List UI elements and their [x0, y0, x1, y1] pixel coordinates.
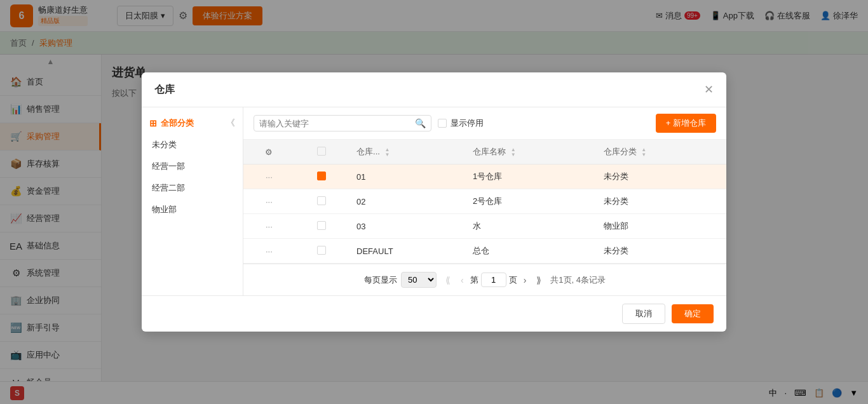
- row-name-2: 2号仓库: [465, 189, 595, 214]
- table-row[interactable]: ··· DEFAULT 总仓 未分类: [243, 239, 726, 264]
- row-checkbox-4[interactable]: [317, 246, 326, 255]
- show-disabled-label[interactable]: 显示停用: [438, 118, 484, 129]
- modal-title: 仓库: [154, 83, 175, 97]
- collapse-left-btn[interactable]: 《: [226, 118, 235, 129]
- row-gear-4[interactable]: ···: [243, 239, 295, 264]
- sort-code-icon: ▲▼: [385, 147, 390, 158]
- show-disabled-checkbox[interactable]: [438, 119, 447, 128]
- row-name-1: 1号仓库: [465, 165, 595, 189]
- row-code-1: 01: [349, 165, 465, 189]
- page-summary: 共1页, 4条记录: [550, 274, 606, 286]
- row-code-4: DEFAULT: [349, 239, 465, 264]
- row-check-3[interactable]: [295, 214, 349, 239]
- table-toolbar: 🔍 显示停用 + 新增仓库: [243, 107, 726, 140]
- row-name-4: 总仓: [465, 239, 595, 264]
- row-check-2[interactable]: [295, 189, 349, 214]
- warehouse-table-panel: 🔍 显示停用 + 新增仓库 ⚙: [243, 107, 726, 295]
- category-panel: ⊞ 全部分类 《 未分类经营一部经营二部物业部: [142, 107, 243, 295]
- row-gear-2[interactable]: ···: [243, 189, 295, 214]
- all-category-btn[interactable]: ⊞ 全部分类: [149, 118, 194, 129]
- settings-icon: ⚙: [265, 147, 273, 157]
- row-checkbox-3[interactable]: [317, 221, 326, 230]
- table-row[interactable]: ··· 03 水 物业部: [243, 214, 726, 239]
- col-code: 仓库... ▲▼: [349, 140, 465, 165]
- category-item-经营一部[interactable]: 经营一部: [142, 156, 243, 177]
- row-category-3: 物业部: [596, 214, 726, 239]
- col-check: [295, 140, 349, 165]
- show-disabled-text: 显示停用: [451, 118, 484, 129]
- search-input[interactable]: [259, 119, 411, 128]
- table-header-row: ⚙ 仓库... ▲▼ 仓库名称 ▲▼: [243, 140, 726, 165]
- category-item-未分类[interactable]: 未分类: [142, 134, 243, 156]
- row-gear-3[interactable]: ···: [243, 214, 295, 239]
- row-code-2: 02: [349, 189, 465, 214]
- row-check-1[interactable]: [295, 165, 349, 189]
- page-unit: 页: [509, 274, 517, 286]
- category-item-经营二部[interactable]: 经营二部: [142, 177, 243, 199]
- confirm-btn[interactable]: 确定: [672, 304, 714, 323]
- warehouse-table: ⚙ 仓库... ▲▼ 仓库名称 ▲▼: [243, 140, 726, 264]
- modal-body: ⊞ 全部分类 《 未分类经营一部经营二部物业部 🔍: [142, 107, 726, 295]
- page-input[interactable]: [481, 273, 506, 287]
- row-checkbox-2[interactable]: [317, 196, 326, 205]
- category-header: ⊞ 全部分类 《: [142, 112, 243, 134]
- search-box[interactable]: 🔍: [254, 115, 431, 131]
- row-gear-1[interactable]: ···: [243, 165, 295, 189]
- sort-name-icon: ▲▼: [511, 147, 516, 158]
- row-category-4: 未分类: [596, 239, 726, 264]
- next-page-btn[interactable]: ›: [520, 274, 531, 286]
- per-page-select[interactable]: 50 20 100: [401, 272, 437, 288]
- table-row[interactable]: ··· 01 1号仓库 未分类: [243, 165, 726, 189]
- col-category-label: 仓库分类: [604, 147, 637, 156]
- modal-close-btn[interactable]: ✕: [704, 83, 714, 97]
- modal-header: 仓库 ✕: [142, 72, 726, 107]
- page-label: 第: [470, 274, 478, 286]
- col-name: 仓库名称 ▲▼: [465, 140, 595, 165]
- row-category-1: 未分类: [596, 165, 726, 189]
- per-page-selector: 每页显示 50 20 100: [364, 272, 437, 288]
- modal-footer: 取消 确定: [142, 295, 726, 332]
- row-check-4[interactable]: [295, 239, 349, 264]
- row-name-3: 水: [465, 214, 595, 239]
- per-page-label: 每页显示: [364, 274, 397, 286]
- row-checkbox-1[interactable]: [317, 172, 326, 180]
- col-gear: ⚙: [243, 140, 295, 165]
- col-code-label: 仓库...: [356, 147, 380, 156]
- add-warehouse-btn[interactable]: + 新增仓库: [656, 114, 716, 133]
- col-category: 仓库分类 ▲▼: [596, 140, 726, 165]
- warehouse-table-wrap: ⚙ 仓库... ▲▼ 仓库名称 ▲▼: [243, 140, 726, 264]
- cancel-btn[interactable]: 取消: [622, 304, 665, 324]
- warehouse-modal: 仓库 ✕ ⊞ 全部分类 《 未分类经营一部经营二部物业部: [142, 72, 726, 332]
- category-item-物业部[interactable]: 物业部: [142, 199, 243, 220]
- col-name-label: 仓库名称: [473, 147, 506, 156]
- table-row[interactable]: ··· 02 2号仓库 未分类: [243, 189, 726, 214]
- last-page-btn[interactable]: ⟫: [532, 274, 545, 286]
- select-all-checkbox[interactable]: [317, 147, 326, 156]
- page-nav: ⟪ ‹ 第 页 › ⟫: [442, 273, 545, 287]
- row-category-2: 未分类: [596, 189, 726, 214]
- grid-icon: ⊞: [149, 118, 157, 128]
- row-code-3: 03: [349, 214, 465, 239]
- all-category-label: 全部分类: [161, 118, 194, 129]
- prev-page-btn[interactable]: ‹: [457, 274, 468, 286]
- sort-cat-icon: ▲▼: [641, 147, 646, 158]
- search-icon[interactable]: 🔍: [415, 118, 426, 128]
- first-page-btn[interactable]: ⟪: [442, 274, 454, 286]
- modal-overlay[interactable]: 仓库 ✕ ⊞ 全部分类 《 未分类经营一部经营二部物业部: [0, 0, 868, 404]
- pagination: 每页显示 50 20 100 ⟪ ‹ 第 页 ›: [243, 264, 726, 295]
